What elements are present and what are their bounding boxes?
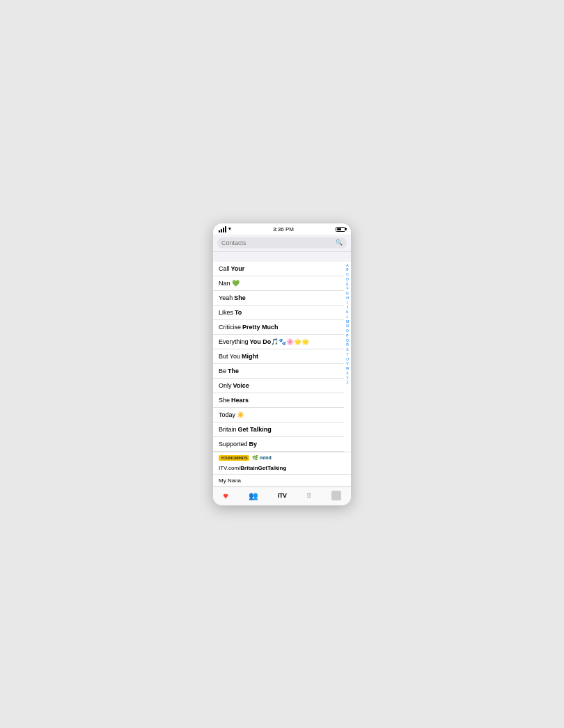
search-input-wrap[interactable]: 🔍 [217,237,347,248]
signal-bars-icon [219,226,226,232]
contact-row[interactable]: Yeah She [213,291,344,306]
contact-row[interactable]: Likes To [213,306,344,320]
alpha-letter[interactable]: M [346,319,349,324]
status-bar: ▾ 3:36 PM [213,223,351,235]
contact-bold-text: Hears [231,397,249,404]
contact-normal-text: Likes [219,309,233,316]
alpha-letter[interactable]: E [346,282,348,287]
alpha-letter[interactable]: H [346,296,349,301]
alpha-letter[interactable]: K [346,310,348,315]
tab-favorites[interactable]: ♥ [223,491,228,501]
contact-bold-text: The [228,367,239,374]
contact-bold-text: By [249,441,258,448]
alpha-letter[interactable]: T [346,352,348,357]
contact-row[interactable]: Only Voice [213,379,344,393]
contact-emoji: 💚 [232,280,240,287]
alpha-letter[interactable]: Q [346,338,349,343]
contact-bold-text: Might [242,353,258,360]
contact-bold-text: Get Talking [238,426,272,433]
name-tag-text: My Nana [219,477,241,484]
alpha-letter[interactable]: R [346,342,349,347]
alpha-letter[interactable]: A [346,263,348,268]
url-row: ITV.com/BritainGetTalking [213,464,351,474]
alpha-letter[interactable]: D [346,277,349,282]
wifi-icon: ▾ [228,226,231,232]
contacts-area: Call YourNan 💚Yeah SheLikes ToCriticise … [213,262,351,452]
contact-normal-text: She [219,397,230,404]
contact-bold-text: To [235,309,242,316]
alpha-letter[interactable]: Y [346,376,348,381]
mind-logo-text: mind [260,455,272,460]
tab-groups[interactable]: 👥 [249,491,258,500]
contact-normal-text: Call [219,265,230,272]
status-left: ▾ [219,226,231,232]
grid-icon: ⠿ [306,492,311,500]
alpha-letter[interactable]: V [346,361,348,366]
alpha-letter[interactable]: C [346,272,349,277]
contact-row[interactable]: Britain Get Talking [213,422,344,437]
search-bar: 🔍 [213,235,351,252]
alpha-letter[interactable]: J [347,305,349,310]
contact-row[interactable]: Everything You Do 🎵🐾🌸🌟🌟 [213,335,344,349]
status-right [336,227,345,232]
contact-row[interactable]: Supported By [213,437,344,452]
contact-bold-text: Pretty Much [242,324,279,331]
tab-itv[interactable]: ITV [278,492,287,499]
contact-row[interactable]: Call Your [213,262,344,276]
contact-row[interactable]: Today ☀️ [213,408,344,422]
last-icon [331,491,341,500]
section-header [213,252,351,262]
contact-row[interactable]: Be The [213,364,344,379]
contact-normal-text: Only [219,382,232,389]
contact-row[interactable]: Criticise Pretty Much [213,320,344,335]
contact-normal-text: Everything [219,338,249,345]
tab-last[interactable] [331,491,341,500]
contact-bold-text: She [234,294,246,301]
alpha-index[interactable]: ABCDEFGHIJKLMNOPQRSTUVWXYZ [344,262,351,452]
tab-bar: ♥ 👥 ITV ⠿ [213,486,351,505]
alpha-letter[interactable]: G [346,291,349,296]
alpha-letter[interactable]: S [346,347,348,352]
contact-normal-text: But You [219,353,240,360]
contact-row[interactable]: She Hears [213,393,344,408]
url-bold: BritainGetTalking [240,465,286,471]
contact-normal-text: Nan [219,280,230,287]
contact-row[interactable]: Nan 💚 [213,276,344,291]
search-input[interactable] [221,239,336,246]
groups-icon: 👥 [249,491,258,500]
tab-grid[interactable]: ⠿ [306,492,311,500]
url-prefix: ITV.com/ [219,465,240,471]
alpha-letter[interactable]: U [346,357,349,362]
itv-icon: ITV [278,492,287,499]
alpha-letter[interactable]: P [346,333,348,338]
alpha-letter[interactable]: F [346,286,348,291]
logos-row: YOUNGMINDS 🌿 mind [213,452,351,464]
contact-bold-text: Voice [233,382,249,389]
contact-emoji: ☀️ [237,411,244,418]
alpha-letter[interactable]: I [347,301,347,306]
alpha-letter[interactable]: Z [346,380,348,385]
contact-bold-text: Your [231,265,245,272]
contact-normal-text: Supported [219,441,248,448]
contact-normal-text: Criticise [219,324,241,331]
contact-row[interactable]: But You Might [213,349,344,364]
contact-normal-text: Britain [219,426,237,433]
contact-normal-text: Be [219,367,226,374]
alpha-letter[interactable]: X [346,371,348,376]
youngminds-logo: YOUNGMINDS [219,455,249,461]
alpha-letter[interactable]: O [346,329,349,333]
battery-icon [336,227,345,232]
contacts-list: Call YourNan 💚Yeah SheLikes ToCriticise … [213,262,344,452]
mind-logo: 🌿 mind [252,455,271,461]
name-tag-row: My Nana [213,474,351,486]
favorites-icon: ♥ [223,491,228,501]
alpha-letter[interactable]: B [346,267,348,272]
status-time: 3:36 PM [273,226,294,232]
contact-normal-text: Today [219,411,235,418]
contact-emoji: 🎵🐾🌸🌟🌟 [271,338,309,345]
search-icon: 🔍 [336,239,343,246]
alpha-letter[interactable]: L [347,315,349,319]
alpha-letter[interactable]: N [346,324,349,329]
phone-frame: ▾ 3:36 PM 🔍 Call YourNan 💚Yeah SheLikes … [212,223,352,506]
alpha-letter[interactable]: W [346,366,350,371]
